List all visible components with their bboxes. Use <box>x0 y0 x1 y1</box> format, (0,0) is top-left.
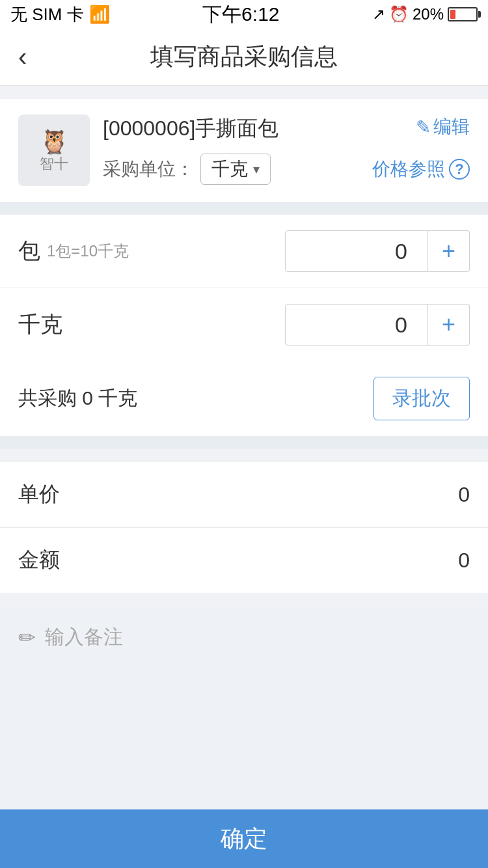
wifi-icon: 📶 <box>89 5 110 25</box>
battery-icon <box>448 7 478 21</box>
batch-record-button[interactable]: 录批次 <box>373 377 470 420</box>
kg-quantity-input[interactable] <box>285 304 428 346</box>
edit-button[interactable]: ✎ 编辑 <box>416 115 470 139</box>
product-thumbnail: 🦉 智十 <box>18 115 90 186</box>
bag-plus-button[interactable]: + <box>428 230 470 272</box>
kg-label: 千克 <box>18 310 62 340</box>
product-info: [0000006]手撕面包 ✎ 编辑 采购单位： 千克 ▾ 价格参照 ? <box>103 115 470 185</box>
sim-status: 无 SIM 卡 <box>10 3 84 26</box>
pencil-icon: ✏ <box>18 625 36 650</box>
status-time: 下午6:12 <box>202 1 279 28</box>
product-unit-row: 采购单位： 千克 ▾ 价格参照 ? <box>103 154 470 185</box>
status-left: 无 SIM 卡 📶 <box>10 3 110 26</box>
summary-row: 共采购 0 千克 录批次 <box>0 361 488 436</box>
dropdown-arrow-icon: ▾ <box>253 161 260 177</box>
product-name: [0000006]手撕面包 <box>103 115 416 143</box>
product-card: 🦉 智十 [0000006]手撕面包 ✎ 编辑 采购单位： 千克 ▾ 价格参照 <box>0 99 488 202</box>
back-button[interactable]: ‹ <box>18 42 27 72</box>
kg-plus-button[interactable]: + <box>428 304 470 346</box>
amount-label: 金额 <box>18 546 60 575</box>
confirm-label: 确定 <box>221 823 267 855</box>
quantity-input-section: 包 1包=10千克 + 千克 + <box>0 215 488 361</box>
kg-input-control: + <box>285 304 470 346</box>
summary-quantity: 0 <box>82 387 93 409</box>
status-bar: 无 SIM 卡 📶 下午6:12 ↗ ⏰ 20% <box>0 0 488 29</box>
location-icon: ↗ <box>372 5 385 23</box>
section-divider-2 <box>0 436 488 449</box>
bag-quantity-input[interactable] <box>285 230 428 272</box>
unit-select[interactable]: 千克 ▾ <box>200 154 271 185</box>
summary-text: 共采购 0 千克 <box>18 385 137 412</box>
nav-bar: ‹ 填写商品采购信息 <box>0 29 488 86</box>
amount-value: 0 <box>458 549 470 573</box>
note-section[interactable]: ✏ 输入备注 <box>0 606 488 669</box>
unit-price-label: 单价 <box>18 480 60 509</box>
page-title: 填写商品采购信息 <box>150 41 338 73</box>
bag-input-control: + <box>285 230 470 272</box>
price-reference-button[interactable]: 价格参照 ? <box>372 157 470 182</box>
price-ref-label: 价格参照 <box>372 157 445 182</box>
bag-label: 包 1包=10千克 <box>18 236 129 266</box>
status-right: ↗ ⏰ 20% <box>372 5 478 23</box>
battery-fill <box>450 10 455 19</box>
price-ref-help-icon: ? <box>449 159 470 180</box>
battery-percent: 20% <box>413 5 444 23</box>
summary-unit: 千克 <box>98 387 137 409</box>
summary-label: 共采购 <box>18 387 77 409</box>
kg-input-row: 千克 + <box>0 288 488 361</box>
alarm-icon: ⏰ <box>389 5 409 23</box>
bag-sub-label: 1包=10千克 <box>47 241 129 262</box>
unit-label: 采购单位： <box>103 157 194 182</box>
product-top-row: [0000006]手撕面包 ✎ 编辑 <box>103 115 470 143</box>
unit-value: 千克 <box>211 157 248 182</box>
product-thumb-logo: 🦉 智十 <box>40 128 69 173</box>
price-section: 单价 0 金额 0 <box>0 462 488 593</box>
edit-label: 编辑 <box>433 115 470 139</box>
edit-icon: ✎ <box>416 116 431 138</box>
amount-row: 金额 0 <box>0 528 488 593</box>
note-placeholder: 输入备注 <box>45 624 123 651</box>
bag-input-row: 包 1包=10千克 + <box>0 215 488 288</box>
confirm-button[interactable]: 确定 <box>0 809 488 868</box>
unit-price-value: 0 <box>458 483 470 507</box>
section-divider-1 <box>0 202 488 215</box>
unit-price-row: 单价 0 <box>0 462 488 528</box>
